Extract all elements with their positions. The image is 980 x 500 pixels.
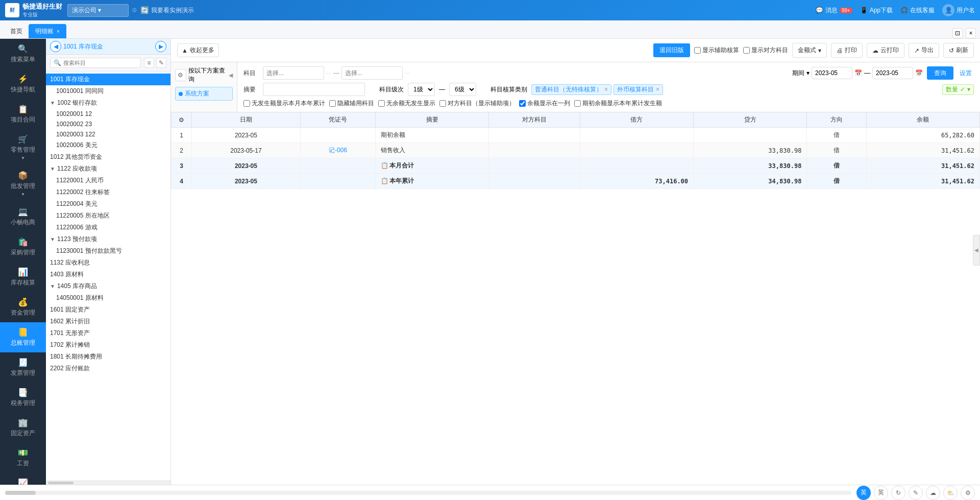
tree-node-10020003[interactable]: 10020003 122 (46, 129, 170, 139)
sidebar-item-ecommerce[interactable]: 💻 小畅电商 (0, 202, 46, 232)
checkbox-hide-aux-input[interactable] (329, 100, 336, 107)
tree-node-10020001[interactable]: 10020001 12 (46, 109, 170, 119)
message-btn[interactable]: 💬 消息 99+ (816, 6, 852, 15)
tree-node-1405[interactable]: ▼ 1405 库存商品 (46, 280, 170, 292)
cloud-print-btn[interactable]: ☁ 云打印 (867, 43, 904, 58)
amount-format-btn[interactable]: 金额式 ▾ (792, 43, 827, 58)
tree-node-1701[interactable]: 1701 无形资产 (46, 327, 170, 339)
tree-node-11220005[interactable]: 11220005 所在地区 (46, 210, 170, 222)
tree-node-1132[interactable]: 1132 应收利息 (46, 257, 170, 269)
system-scheme-btn[interactable]: 系统方案 (175, 87, 233, 101)
app-download-btn[interactable]: 📱 App下载 (860, 6, 893, 15)
period-start-input[interactable] (812, 67, 852, 79)
subject-input[interactable] (263, 66, 324, 80)
sidebar-item-fixed-assets[interactable]: 🏢 固定资产 (0, 413, 46, 443)
print-btn[interactable]: 🖨 打印 (831, 43, 863, 58)
tree-nav-prev[interactable]: ◀ (50, 41, 61, 52)
tree-node-1403[interactable]: 1403 原材料 (46, 269, 170, 280)
quantity-tag-item[interactable]: 数量 ✓ ▾ (942, 84, 974, 95)
show-aux-checkbox[interactable]: 显示辅助核算 (694, 46, 739, 55)
summary-input[interactable] (263, 83, 365, 96)
tree-node-10020002[interactable]: 10020002 23 (46, 119, 170, 129)
level-start-select[interactable]: 1级2级3级 (408, 83, 435, 96)
window-close-btn[interactable]: × (966, 28, 976, 38)
sidebar-item-purchase[interactable]: 🛍️ 采购管理 (0, 232, 46, 262)
tag-normal-close[interactable]: × (604, 86, 608, 93)
tree-node-1702[interactable]: 1702 累计摊销 (46, 339, 170, 351)
checkbox-no-balance[interactable]: 无余额无发生显示 (378, 99, 435, 108)
tree-nav-next[interactable]: ▶ (155, 41, 166, 52)
sidebar-item-search[interactable]: 🔍 搜索菜单 (0, 39, 46, 69)
tree-node-11230001[interactable]: 11230001 预付款款黑亏 (46, 245, 170, 257)
subject-input-end[interactable] (341, 66, 403, 80)
checkbox-show-contra[interactable]: 对方科目（显示辅助项） (439, 99, 515, 108)
show-contra-checkbox-input[interactable] (743, 47, 750, 54)
lang-btn[interactable]: 英 (856, 486, 871, 500)
checkbox-balance-col[interactable]: 余额显示在一列 (519, 99, 570, 108)
show-aux-checkbox-input[interactable] (694, 47, 701, 54)
tree-node-11220006[interactable]: 11220006 游戏 (46, 222, 170, 233)
tree-node-2202[interactable]: 2202 应付账款 (46, 363, 170, 374)
level-end-select[interactable]: 6级5级4级 (449, 83, 476, 96)
scheme-gear-btn[interactable]: ⚙ (175, 69, 186, 81)
tree-node-1602[interactable]: 1602 累计折旧 (46, 316, 170, 327)
tab-home[interactable]: 首页 (4, 24, 29, 38)
online-service-btn[interactable]: 🎧 在线客服 (900, 6, 935, 15)
checkbox-show-contra-input[interactable] (439, 100, 446, 107)
tree-edit-btn[interactable]: ✎ (156, 58, 166, 68)
checkbox-year-begin-input[interactable] (574, 100, 581, 107)
export-btn[interactable]: ↗ 导出 (909, 43, 939, 58)
period-end-input[interactable] (872, 67, 913, 79)
tree-node-11220001[interactable]: 11220001 人民币 (46, 175, 170, 186)
sidebar-item-capital[interactable]: 💰 资金管理 (0, 292, 46, 322)
sidebar-item-project[interactable]: 📋 项目合同 (0, 99, 46, 129)
tree-node-1001[interactable]: 1001 库存现金 (46, 74, 170, 85)
tree-node-1002[interactable]: ▼ 1002 银行存款 (46, 97, 170, 109)
bottom-btn-cloud[interactable]: ☁ (926, 486, 940, 500)
tree-node-14050001[interactable]: 14050001 原材料 (46, 292, 170, 304)
sidebar-item-quick[interactable]: ⚡ 快捷导航 (0, 69, 46, 99)
company-selector[interactable]: 演示公司 ▾ (67, 4, 129, 17)
tree-node-1123[interactable]: ▼ 1123 预付款项 (46, 233, 170, 245)
window-restore-btn[interactable]: ⊡ (952, 28, 963, 38)
scheme-collapse-btn[interactable]: ◀ (229, 72, 233, 79)
checkbox-no-balance-input[interactable] (378, 100, 385, 107)
bottom-btn-settings[interactable]: ⚙ (961, 486, 975, 500)
tree-node-1601[interactable]: 1601 固定资产 (46, 304, 170, 316)
tree-node-1122[interactable]: ▼ 1122 应收款项 (46, 163, 170, 175)
demo-link[interactable]: 🔄 我要看实例演示 (140, 6, 194, 15)
sidebar-item-tax[interactable]: 📑 税务管理 (0, 383, 46, 413)
sidebar-item-wholesale[interactable]: 📦 批发管理 ▼ (0, 165, 46, 202)
account-search-input[interactable] (63, 60, 137, 66)
settings-btn[interactable]: 设置 (958, 69, 974, 78)
checkbox-hide-aux[interactable]: 隐藏辅用科目 (329, 99, 374, 108)
show-contra-checkbox[interactable]: 显示对方科目 (743, 46, 788, 55)
checkbox-no-occur[interactable]: 无发生额显示本月本年累计 (243, 99, 325, 108)
tree-node-10020006[interactable]: 10020006 美元 (46, 139, 170, 151)
checkbox-year-begin[interactable]: 期初余额显示本年累计发生额 (574, 99, 662, 108)
sidebar-item-invoice[interactable]: 🧾 发票管理 (0, 352, 46, 383)
sidebar-item-operation[interactable]: 📈 经营管理 (0, 473, 46, 485)
tree-node-1801[interactable]: 1801 长期待摊费用 (46, 351, 170, 363)
tree-node-11220004[interactable]: 11220004 美元 (46, 198, 170, 210)
checkbox-no-occur-input[interactable] (243, 100, 250, 107)
tab-ledger[interactable]: 明细账 × (29, 24, 66, 38)
tree-scroll-bar[interactable] (46, 481, 170, 485)
tree-node-10010001[interactable]: 10010001 同同同 (46, 85, 170, 97)
query-btn[interactable]: 查询 (927, 66, 953, 80)
tag-forex-close[interactable]: × (656, 86, 659, 93)
bottom-btn-edit[interactable]: ✎ (909, 486, 923, 500)
collapse-more-btn[interactable]: ▲ 收起更多 (177, 43, 219, 57)
checkbox-balance-col-input[interactable] (519, 100, 526, 107)
sidebar-item-salary[interactable]: 💵 工资 (0, 443, 46, 473)
bottom-btn-refresh[interactable]: ↻ (891, 486, 905, 500)
tree-node-1012[interactable]: 1012 其他货币资金 (46, 151, 170, 163)
row2-voucher[interactable]: 记-006 (300, 143, 375, 158)
sidebar-item-inventory[interactable]: 📊 库存核算 (0, 262, 46, 292)
user-menu[interactable]: 👤 用户名 (942, 4, 975, 16)
tree-list-view-btn[interactable]: ≡ (144, 58, 154, 68)
sidebar-item-ledger[interactable]: 📒 总账管理 (0, 322, 46, 352)
bottom-btn-cloud2[interactable]: ⛅ (943, 486, 958, 500)
right-expand-btn[interactable]: ◀ (973, 235, 980, 266)
sidebar-item-retail[interactable]: 🛒 零售管理 ▼ (0, 129, 46, 165)
